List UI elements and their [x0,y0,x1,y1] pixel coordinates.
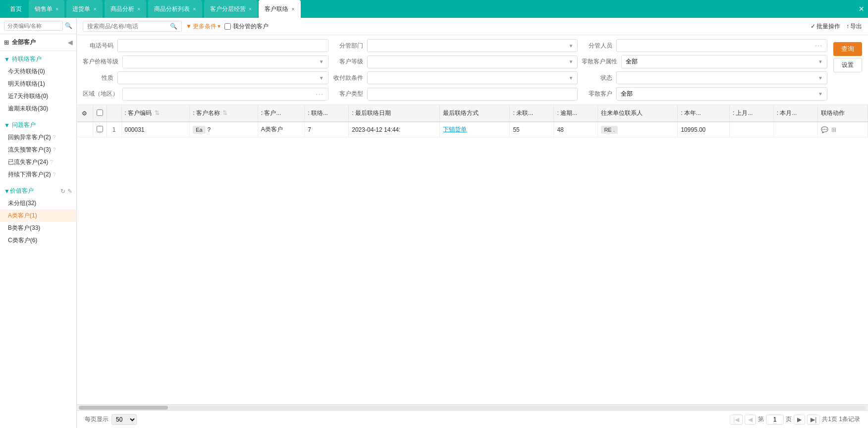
sidebar-collapse-button[interactable]: ◀ [68,39,72,46]
refresh-icon[interactable]: ↻ [60,188,65,195]
col-settings[interactable]: ⚙ [77,105,93,122]
retail-attr-select[interactable]: 全部 ▼ [621,55,827,68]
retail-customer-down-icon: ▼ [818,91,823,97]
customer-grade-down-icon: ▼ [568,59,573,64]
sidebar-item-repurchase-abnormal[interactable]: 回购异常客户(2) ? [0,131,76,144]
sidebar-item-b-class[interactable]: B类客户(33) [0,222,76,234]
customer-type-input[interactable] [367,88,578,101]
tab-product-analysis[interactable]: 商品分析 × [105,0,146,18]
price-grade-select[interactable]: ▼ [122,55,328,68]
close-customer-segment-tab[interactable]: × [249,6,252,12]
pending-contact-title[interactable]: ▼ 待联络客户 [0,53,76,65]
region-select[interactable]: ··· [122,88,328,101]
col-type[interactable]: : 客户... [258,105,305,122]
col-code[interactable]: : 客户编码 ⇅ [121,105,190,122]
first-page-button[interactable]: |◀ [730,415,743,425]
query-button[interactable]: 查询 [833,42,862,56]
close-product-analysis-list-tab[interactable]: × [193,6,196,12]
value-arrow-icon: ▼ [4,188,10,195]
tab-customer-contact[interactable]: 客户联络 × [259,0,300,18]
status-field: 状态 ▼ [582,71,827,84]
retail-customer-select[interactable]: 全部 ▼ [616,87,827,101]
page-input[interactable] [766,415,784,425]
cell-name: Ea? [190,122,258,137]
customer-grade-select[interactable]: ▼ [367,55,578,68]
cell-last-method[interactable]: 下销货单 [440,122,510,137]
person-select[interactable]: ··· [616,39,827,52]
col-last-method[interactable]: 最后联络方式 [440,105,510,122]
horizontal-scrollbar[interactable] [77,404,868,410]
sidebar-item-c-class[interactable]: C类客户(6) [0,234,76,247]
last-page-button[interactable]: ▶| [807,415,820,425]
sidebar-search-input[interactable] [4,21,63,31]
close-sales-tab[interactable]: × [55,6,58,12]
sidebar-item-declining[interactable]: 持续下滑客户(2) ? [0,168,76,181]
payment-select[interactable]: ▼ [367,71,578,84]
col-unit-contact[interactable]: 往来单位联系人 [598,105,678,122]
nature-field: 性质 ▼ [83,71,328,84]
next-page-button[interactable]: ▶ [794,415,805,425]
phone-input[interactable] [117,39,328,52]
last-method-link[interactable]: 下销货单 [443,126,467,133]
table-header-row: ⚙ : 客户编码 ⇅ : 客户名称 ⇅ [77,105,868,122]
sidebar-item-today-contact[interactable]: 今天待联络(0) [0,65,76,78]
sidebar-item-7days-contact[interactable]: 近7天待联络(0) [0,90,76,103]
close-product-analysis-tab[interactable]: × [137,6,140,12]
sidebar-item-churn-warning[interactable]: 流失预警客户(3) ? [0,144,76,156]
cell-type: A类客户 [258,122,305,137]
chat-icon[interactable]: 💬 [821,126,828,133]
col-overdue[interactable]: : 逾期... [554,105,598,122]
cell-checkbox[interactable] [93,122,107,137]
col-contact[interactable]: : 联络... [305,105,349,122]
dept-select[interactable]: ▼ [367,39,578,52]
tab-customer-segment[interactable]: 客户分层经营 × [204,0,258,18]
cell-no-contact: 55 [510,122,554,137]
sidebar-item-overdue-contact[interactable]: 逾期未联络(30) [0,103,76,115]
problem-customer-title[interactable]: ▼ 问题客户 [0,119,76,131]
close-all-button[interactable]: × [859,4,864,14]
col-this-year[interactable]: : 本年... [678,105,730,122]
sidebar-item-tomorrow-contact[interactable]: 明天待联络(1) [0,78,76,90]
my-customer-checkbox[interactable]: 我分管的客户 [224,22,269,31]
col-name[interactable]: : 客户名称 ⇅ [190,105,258,122]
sidebar-item-churned[interactable]: 已流失客户(24) ? [0,156,76,168]
nature-select[interactable]: ▼ [117,71,328,84]
sidebar-item-a-class[interactable]: A类客户(1) [0,210,76,222]
value-customer-title[interactable]: ▼ 价值客户 ↻ ✎ [0,185,76,197]
tab-home[interactable]: 首页 [4,0,28,18]
col-this-month[interactable]: : 本月... [773,105,817,122]
retail-customer-field: 零散客户 全部 ▼ [582,87,827,101]
close-purchase-tab[interactable]: × [93,6,96,12]
select-all-checkbox[interactable] [97,109,103,116]
col-checkbox[interactable] [93,105,107,122]
more-filter-button[interactable]: ▼ 更多条件 ▾ [186,22,220,31]
grid-action-icon[interactable]: ⊞ [831,126,836,133]
close-customer-contact-tab[interactable]: × [291,6,294,12]
batch-operation-button[interactable]: ✓ 批量操作 [811,22,840,31]
price-grade-label: 客户价格等级 [83,57,122,66]
col-last-month[interactable]: : 上月... [729,105,773,122]
my-customer-check[interactable] [224,23,231,30]
sidebar-item-unclassified[interactable]: 未分组(32) [0,197,76,210]
row-checkbox[interactable] [97,126,103,132]
edit-icon[interactable]: ✎ [67,188,72,195]
scrollbar-thumb[interactable] [79,406,168,410]
col-no-contact[interactable]: : 未联... [510,105,554,122]
person-field: 分管人员 ··· [582,39,827,52]
tab-purchase[interactable]: 进货单 × [66,0,102,18]
person-dots-icon: ··· [815,42,823,49]
sidebar-search-icon[interactable]: 🔍 [65,22,72,29]
status-select[interactable]: ▼ [616,71,827,84]
main-search-icon[interactable]: 🔍 [170,23,177,30]
tab-product-analysis-list[interactable]: 商品分析列表 × [148,0,202,18]
prev-page-button[interactable]: ◀ [745,415,756,425]
col-last-date[interactable]: : 最后联络日期 [349,105,440,122]
sidebar-all-customers-header[interactable]: ⊞ 全部客户 ◀ [0,34,76,51]
settings-button[interactable]: 设置 [833,58,862,72]
per-page-select[interactable]: 50 100 200 [111,414,137,425]
nature-down-icon: ▼ [319,75,324,81]
export-button[interactable]: ↑ 导出 [846,22,862,31]
scrollbar-track[interactable] [79,406,866,410]
tab-sales[interactable]: 销售单 × [29,0,64,18]
main-search-input[interactable] [87,23,168,30]
